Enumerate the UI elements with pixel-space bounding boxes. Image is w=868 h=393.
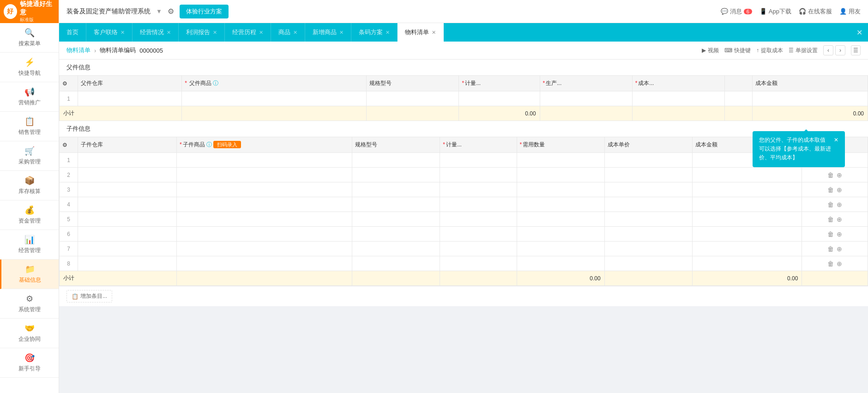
tooltip-close-button[interactable]: ✕ <box>834 136 838 145</box>
tab-home[interactable]: 首页 <box>59 23 86 42</box>
tab-barcode[interactable]: 条码方案 ✕ <box>351 23 398 42</box>
sidebar-item-operations[interactable]: 📊 经营管理 <box>0 230 59 260</box>
child-spec-7[interactable] <box>352 242 440 256</box>
tab-bom-close[interactable]: ✕ <box>432 30 436 36</box>
child-unit-3[interactable] <box>440 182 517 197</box>
child-warehouse-5[interactable] <box>78 212 177 227</box>
child-warehouse-1[interactable] <box>78 153 177 168</box>
child-product-2[interactable] <box>176 168 352 182</box>
tab-new-product-close[interactable]: ✕ <box>339 30 344 36</box>
add-row-button[interactable]: 📋 增加条目... <box>66 290 112 302</box>
child-price-7[interactable] <box>604 242 692 256</box>
trial-button[interactable]: 体验行业方案 <box>180 5 229 18</box>
online-service-action[interactable]: 🎧 在线客服 <box>799 7 832 16</box>
sidebar-item-basic-info[interactable]: 📁 基础信息 <box>0 260 59 289</box>
parent-th-settings[interactable]: ⚙ <box>60 76 78 91</box>
sidebar-item-marketing[interactable]: 📢 营销推广 <box>0 82 59 112</box>
tab-products-close[interactable]: ✕ <box>293 30 297 36</box>
tab-products[interactable]: 商品 ✕ <box>271 23 305 42</box>
child-warehouse-7[interactable] <box>78 242 177 256</box>
sidebar-item-guide[interactable]: 🎯 新手引导 <box>0 348 59 378</box>
tab-profit-close[interactable]: ✕ <box>213 30 217 36</box>
sidebar-item-search[interactable]: 🔍 搜索菜单 <box>0 23 59 53</box>
delete-row-2-button[interactable]: 🗑 <box>827 171 834 179</box>
child-warehouse-3[interactable] <box>78 182 177 197</box>
sidebar-item-system[interactable]: ⚙ 系统管理 <box>0 289 59 319</box>
child-warehouse-8[interactable] <box>78 256 177 271</box>
child-qty-2[interactable] <box>517 168 604 182</box>
child-warehouse-2[interactable] <box>78 168 177 182</box>
child-spec-4[interactable] <box>352 197 440 212</box>
dropdown-arrow-icon[interactable]: ▼ <box>156 8 162 15</box>
tab-history[interactable]: 经营历程 ✕ <box>225 23 271 42</box>
parent-cost-cell[interactable] <box>632 91 724 106</box>
child-spec-2[interactable] <box>352 168 440 182</box>
video-button[interactable]: ▶ 视频 <box>702 47 719 54</box>
child-unit-1[interactable] <box>440 153 517 168</box>
sidebar-item-purchase[interactable]: 🛒 采购管理 <box>0 141 59 171</box>
child-qty-6[interactable] <box>517 227 604 242</box>
parent-spec-cell[interactable] <box>367 91 459 106</box>
child-price-1[interactable] <box>604 153 692 168</box>
next-arrow[interactable]: › <box>835 45 845 55</box>
child-product-5[interactable] <box>176 212 352 227</box>
parent-production-cell[interactable] <box>540 91 632 106</box>
child-qty-8[interactable] <box>517 256 604 271</box>
breadcrumb-parent[interactable]: 物料清单 <box>66 46 90 54</box>
tab-barcode-close[interactable]: ✕ <box>386 30 390 36</box>
child-price-2[interactable] <box>604 168 692 182</box>
child-unit-4[interactable] <box>440 197 517 212</box>
child-spec-6[interactable] <box>352 227 440 242</box>
delete-row-8-button[interactable]: 🗑 <box>827 260 834 267</box>
tab-new-product[interactable]: 新增商品 ✕ <box>305 23 351 42</box>
tab-customer-close[interactable]: ✕ <box>121 30 125 36</box>
child-spec-8[interactable] <box>352 256 440 271</box>
shortcut-button[interactable]: ⌨ 快捷键 <box>724 47 751 54</box>
sidebar-item-finance[interactable]: 💰 资金管理 <box>0 200 59 230</box>
delete-row-5-button[interactable]: 🗑 <box>827 216 834 223</box>
app-download-action[interactable]: 📱 App下载 <box>760 7 791 16</box>
scan-button[interactable]: 扫码录入 <box>213 141 241 148</box>
tab-operations[interactable]: 经营情况 ✕ <box>133 23 179 42</box>
delete-row-6-button[interactable]: 🗑 <box>827 230 834 238</box>
child-product-6[interactable] <box>176 227 352 242</box>
child-product-1[interactable] <box>176 153 352 168</box>
child-unit-8[interactable] <box>440 256 517 271</box>
parent-warehouse-cell[interactable] <box>78 91 182 106</box>
sidebar-item-sales[interactable]: 📋 销售管理 <box>0 112 59 141</box>
child-spec-3[interactable] <box>352 182 440 197</box>
child-qty-4[interactable] <box>517 197 604 212</box>
tab-profit[interactable]: 利润报告 ✕ <box>179 23 225 42</box>
user-action[interactable]: 👤 用友 <box>839 7 861 16</box>
child-qty-1[interactable] <box>517 153 604 168</box>
gear-icon[interactable]: ⚙ <box>168 7 174 16</box>
sidebar-item-enterprise[interactable]: 🤝 企业协同 <box>0 319 59 348</box>
child-price-8[interactable] <box>604 256 692 271</box>
extract-cost-button[interactable]: ↑ 提取成本 <box>756 47 783 54</box>
child-price-3[interactable] <box>604 182 692 197</box>
sidebar-item-inventory[interactable]: 📦 库存核算 <box>0 171 59 200</box>
copy-row-4-button[interactable]: ⊕ <box>837 201 842 208</box>
child-unit-7[interactable] <box>440 242 517 256</box>
child-price-5[interactable] <box>604 212 692 227</box>
copy-row-7-button[interactable]: ⊕ <box>837 245 842 253</box>
nav-close-all-button[interactable]: ✕ <box>851 28 868 37</box>
child-th-settings[interactable]: ⚙ <box>60 137 78 153</box>
child-product-3[interactable] <box>176 182 352 197</box>
message-action[interactable]: 💬 消息 6 <box>721 7 752 16</box>
child-product-4[interactable] <box>176 197 352 212</box>
copy-row-6-button[interactable]: ⊕ <box>837 230 842 238</box>
tab-operations-close[interactable]: ✕ <box>167 30 171 36</box>
child-product-8[interactable] <box>176 256 352 271</box>
copy-row-8-button[interactable]: ⊕ <box>837 260 842 267</box>
copy-row-3-button[interactable]: ⊕ <box>837 186 842 193</box>
child-spec-1[interactable] <box>352 153 440 168</box>
copy-row-5-button[interactable]: ⊕ <box>837 216 842 223</box>
child-spec-5[interactable] <box>352 212 440 227</box>
parent-product-cell[interactable] <box>182 91 367 106</box>
parent-unit-cell[interactable] <box>459 91 540 106</box>
child-unit-2[interactable] <box>440 168 517 182</box>
child-price-6[interactable] <box>604 227 692 242</box>
child-unit-6[interactable] <box>440 227 517 242</box>
child-qty-5[interactable] <box>517 212 604 227</box>
